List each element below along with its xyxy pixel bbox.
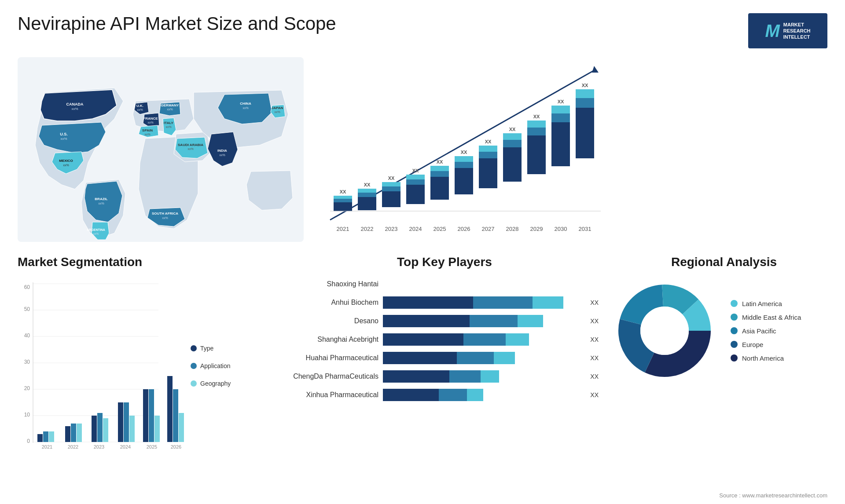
logo-area: M MARKET RESEARCH INTELLECT [748,13,827,48]
player-bar-chengda [383,370,583,383]
svg-rect-33 [334,202,352,211]
svg-text:XX: XX [582,83,588,88]
svg-rect-119 [143,389,148,442]
growth-bar-chart: XX 2021 XX 2022 XX 2023 XX 2024 XX 2025 … [312,57,612,242]
svg-text:JAPAN: JAPAN [272,106,283,110]
player-bar-xinhua [383,389,583,401]
player-name-chengda: ChengDa PharmaCeuticals [290,373,378,380]
player-bar-shaoxing [383,278,599,290]
svg-text:CANADA: CANADA [66,102,84,106]
svg-rect-104 [43,431,48,442]
svg-text:XX: XX [461,150,467,155]
svg-text:XX: XX [340,189,346,194]
player-row-shaoxing: Shaoxing Hantai [290,278,599,290]
svg-text:Type: Type [200,345,214,352]
player-row-xinhua: Xinhua Pharmaceutical XX [290,389,599,401]
header: Nevirapine API Market Size and Scope M M… [18,13,827,48]
svg-text:XX: XX [533,114,540,119]
svg-rect-70 [503,133,522,140]
svg-rect-44 [382,186,400,191]
svg-text:Geography: Geography [200,380,231,387]
svg-rect-79 [551,113,570,122]
legend-label-mea: Middle East & Africa [742,314,801,321]
svg-rect-64 [479,152,497,158]
legend-dot-europe [731,341,738,348]
svg-text:SOUTH AFRICA: SOUTH AFRICA [152,212,178,215]
svg-text:2022: 2022 [68,444,78,449]
svg-text:XX: XX [364,182,371,187]
svg-rect-113 [103,418,108,442]
svg-text:10: 10 [24,412,30,418]
svg-text:2029: 2029 [530,226,543,232]
player-row-anhui: Anhui Biochem XX [290,296,599,309]
svg-text:2026: 2026 [171,444,181,449]
svg-text:xx%: xx% [63,164,69,167]
svg-marker-32 [592,66,599,73]
svg-rect-49 [406,179,425,185]
svg-rect-109 [77,424,82,442]
legend-dot-mea [731,314,738,321]
svg-rect-115 [118,402,123,442]
svg-text:xx%: xx% [60,137,67,141]
svg-rect-80 [551,106,570,113]
svg-text:XX: XX [388,175,395,181]
svg-rect-43 [382,191,400,207]
svg-text:Application: Application [200,362,231,369]
svg-rect-123 [167,376,173,442]
svg-text:2024: 2024 [120,444,131,449]
segmentation-chart: 0 10 20 30 40 50 60 2021 2022 2023 [18,278,246,463]
player-name-shanghai: Shanghai Acebright [290,336,378,343]
svg-rect-58 [455,168,473,194]
svg-text:ARGENTINA: ARGENTINA [87,228,105,231]
svg-rect-107 [65,426,70,442]
svg-text:xx%: xx% [144,133,150,136]
svg-text:50: 50 [24,306,30,312]
svg-text:xx%: xx% [147,121,153,124]
svg-text:xx%: xx% [98,202,104,205]
svg-text:INDIA: INDIA [217,149,227,153]
player-row-desano: Desano XX [290,315,599,327]
player-name-desano: Desano [290,317,378,325]
svg-text:2030: 2030 [555,226,567,232]
legend-label-latin: Latin America [742,300,782,307]
legend-dot-latin [731,300,738,307]
svg-rect-116 [124,402,129,442]
svg-text:xx%: xx% [93,232,99,235]
svg-rect-85 [576,89,594,98]
svg-text:BRAZIL: BRAZIL [95,197,107,201]
svg-text:2021: 2021 [42,444,52,449]
svg-text:XX: XX [485,139,492,144]
player-bar-desano [383,315,583,327]
svg-text:2027: 2027 [482,226,495,232]
svg-text:40: 40 [24,332,30,339]
svg-text:CHINA: CHINA [240,102,251,106]
player-row-huahai: Huahai Pharmaceutical XX [290,352,599,364]
players-section: Top Key Players Shaoxing Hantai Anhui Bi… [290,255,599,484]
svg-rect-117 [129,416,135,442]
player-name-xinhua: Xinhua Pharmaceutical [290,391,378,399]
svg-text:2022: 2022 [361,226,374,232]
player-row-shanghai: Shanghai Acebright XX [290,333,599,346]
player-bar-huahai [383,352,583,364]
svg-rect-124 [173,389,178,442]
player-name-anhui: Anhui Biochem [290,299,378,307]
segmentation-section: Market Segmentation 0 10 20 30 40 50 60 … [18,255,264,484]
world-map: CANADA xx% U.S. xx% MEXICO xx% BRAZIL xx… [18,57,304,242]
svg-text:xx%: xx% [71,107,78,111]
svg-rect-108 [71,424,76,442]
svg-text:2028: 2028 [506,226,519,232]
player-val-huahai: XX [590,354,599,362]
svg-point-130 [191,363,197,369]
svg-text:20: 20 [24,385,30,391]
svg-rect-50 [406,175,425,179]
player-row-chengda: ChengDa PharmaCeuticals XX [290,370,599,383]
svg-text:U.S.: U.S. [60,132,68,136]
svg-rect-39 [358,193,376,197]
source-text: Source : www.marketresearchintellect.com [719,492,827,499]
donut-area: Latin America Middle East & Africa Asia … [612,278,836,383]
svg-rect-63 [479,158,497,188]
legend-dot-apac [731,327,738,334]
legend-item-na: North America [731,354,801,362]
logo-box: M MARKET RESEARCH INTELLECT [748,13,827,48]
logo-letter: M [765,21,779,41]
